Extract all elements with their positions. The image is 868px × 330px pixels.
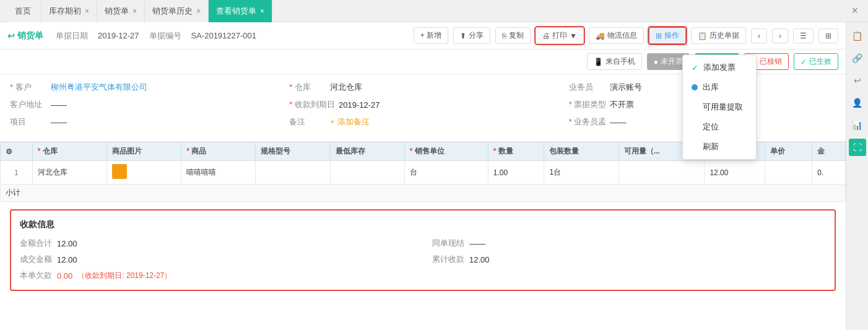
check-mark-icon: ✓ — [692, 63, 698, 72]
sidebar-chart-icon[interactable]: 📊 — [849, 116, 866, 134]
row-stock: 12.00 — [705, 161, 765, 185]
col-qty: 数量 — [488, 142, 544, 161]
tab-close-view-sales[interactable]: × — [260, 7, 264, 15]
row-available — [618, 161, 705, 185]
dropdown-menu: ✓ 添加发票 出库 可用量提取 定位 刷新 — [682, 54, 757, 160]
address-label: 客户地址 — [10, 99, 47, 110]
truck-icon: 🚚 — [596, 32, 605, 40]
view-toggle-list[interactable]: ☰ — [793, 28, 814, 43]
doc-type-icon: ↩ — [7, 31, 15, 41]
row-min-stock — [330, 161, 404, 185]
dropdown-refresh[interactable]: 刷新 — [683, 137, 756, 157]
tab-close-sales[interactable]: × — [132, 7, 137, 15]
doc-header: ↩ 销货单 单据日期 2019-12-27 单据编号 SA-20191227-0… — [0, 22, 846, 50]
sidebar-user-icon[interactable]: 👤 — [849, 94, 866, 111]
customer-label: 客户 — [10, 82, 47, 93]
dropdown-add-invoice[interactable]: ✓ 添加发票 — [683, 58, 756, 77]
product-image — [112, 164, 127, 179]
copy-button[interactable]: ⎘ 复制 — [495, 27, 531, 44]
note-field: 备注 + 添加备注 — [289, 116, 556, 128]
warehouse-label: 仓库 — [289, 82, 326, 93]
staff-value: 演示账号 — [610, 82, 642, 93]
sidebar-return-icon[interactable]: ↩ — [849, 72, 866, 89]
summary-title: 收款信息 — [20, 219, 826, 230]
sidebar-link-icon[interactable]: 🔗 — [849, 50, 866, 67]
doc-actions: + 新增 ⬆ 分享 ⎘ 复制 🖨 打印 ▼ 🚚 — [414, 27, 838, 44]
payment-date-field: 收款到期日 2019-12-27 — [289, 99, 556, 110]
logistics-button[interactable]: 🚚 物流信息 — [589, 27, 644, 44]
transaction-value: 12.00 — [57, 255, 77, 264]
col-amount: 金 — [812, 142, 846, 161]
add-note-button[interactable]: + 添加备注 — [330, 116, 369, 128]
cumulative-label: 累计收款 — [432, 254, 464, 265]
doc-num-label: 单据编号 — [149, 30, 181, 41]
ops-button[interactable]: ⊞ 操作 — [649, 27, 686, 44]
dropdown-outbound[interactable]: 出库 — [683, 77, 756, 97]
doc-meta: 单据日期 2019-12-27 单据编号 SA-20191227-001 — [56, 30, 256, 41]
row-image — [106, 161, 181, 185]
not-open-icon: ● — [654, 58, 658, 66]
row-unit: 台 — [404, 161, 488, 185]
tab-sales-history[interactable]: 销货单历史 × — [145, 0, 209, 22]
same-order-value: —— — [469, 239, 485, 248]
salesman-value: —— — [610, 118, 626, 127]
row-num: 1 — [1, 161, 33, 185]
view-toggle-grid[interactable]: ⊞ — [818, 28, 838, 43]
transaction-row: 成交金额 12.00 — [20, 254, 414, 265]
row-warehouse: 河北仓库 — [32, 161, 106, 185]
tab-close-inventory[interactable]: × — [85, 7, 89, 15]
col-gear[interactable]: ⚙ — [1, 142, 33, 161]
phone-status-button[interactable]: 📱 来自手机 — [587, 53, 642, 70]
row-price — [765, 161, 812, 185]
right-sidebar: 📋 🔗 ↩ 👤 📊 ⛶ — [846, 22, 868, 330]
total-value: 12.00 — [57, 239, 77, 248]
col-product: 商品 — [181, 142, 256, 161]
invoice-value: 不开票 — [610, 99, 634, 110]
summary-grid: 金额合计 12.00 同单现结 —— 成交金额 12.00 累计收款 12.00 — [20, 238, 826, 281]
print-button[interactable]: 🖨 打印 ▼ — [536, 27, 584, 44]
warehouse-value: 河北仓库 — [330, 82, 362, 93]
ops-dropdown: ✓ 添加发票 出库 可用量提取 定位 刷新 — [682, 54, 757, 160]
effective-button[interactable]: ✓ 已生效 — [794, 53, 838, 70]
share-button[interactable]: ⬆ 分享 — [453, 27, 490, 44]
phone-icon: 📱 — [594, 58, 603, 66]
doc-date-label: 单据日期 — [56, 30, 88, 41]
transaction-label: 成交金额 — [20, 254, 52, 265]
project-label: 项目 — [10, 116, 47, 128]
due-value: 0.00 — [57, 271, 72, 280]
tab-inventory[interactable]: 库存期初 × — [41, 0, 97, 22]
doc-num-value: SA-20191227-001 — [191, 31, 257, 40]
invoice-label: 票据类型 — [569, 99, 607, 110]
doc-type-title: ↩ 销货单 — [7, 30, 43, 41]
warehouse-field: 仓库 河北仓库 — [289, 82, 556, 93]
customer-value[interactable]: 柳州粤港平安气体有限公司 — [51, 82, 147, 93]
history-button[interactable]: 📋 历史单据 — [691, 27, 746, 44]
col-spec: 规格型号 — [256, 142, 330, 161]
dropdown-locate[interactable]: 定位 — [683, 117, 756, 137]
print-dropdown-arrow: ▼ — [570, 32, 577, 40]
sidebar-expand-icon[interactable]: ⛶ — [849, 139, 866, 156]
subtotal-cell: 小计 — [1, 185, 846, 202]
tab-close-sales-history[interactable]: × — [196, 7, 201, 15]
row-product: 嘻嘻嘻嘻 — [181, 161, 256, 185]
prev-button[interactable]: ‹ — [751, 28, 767, 43]
copy-icon: ⎘ — [502, 32, 506, 40]
table-row: 1 河北仓库 嘻嘻嘻嘻 台 1.00 1台 12 — [1, 161, 846, 185]
next-button[interactable]: › — [772, 28, 788, 43]
address-value: —— — [51, 100, 67, 110]
tab-sales[interactable]: 销货单 × — [97, 0, 145, 22]
subtotal-row: 小计 — [1, 185, 846, 202]
sidebar-doc-icon[interactable]: 📋 — [849, 27, 866, 45]
cumulative-value: 12.00 — [469, 255, 490, 264]
effective-icon: ✓ — [801, 58, 807, 66]
new-button[interactable]: + 新增 — [414, 27, 448, 44]
row-qty: 1.00 — [488, 161, 544, 185]
project-value: —— — [51, 118, 67, 127]
col-pack-qty: 包装数量 — [544, 142, 618, 161]
window-close-button[interactable]: × — [846, 4, 863, 17]
project-field: 项目 —— — [10, 116, 277, 128]
dropdown-available-qty[interactable]: 可用量提取 — [683, 97, 756, 117]
tab-view-sales[interactable]: 查看销货单 × — [209, 0, 272, 22]
tab-home[interactable]: 首页 — [5, 0, 41, 22]
tab-bar: 首页 库存期初 × 销货单 × 销货单历史 × 查看销货单 × × — [0, 0, 868, 22]
